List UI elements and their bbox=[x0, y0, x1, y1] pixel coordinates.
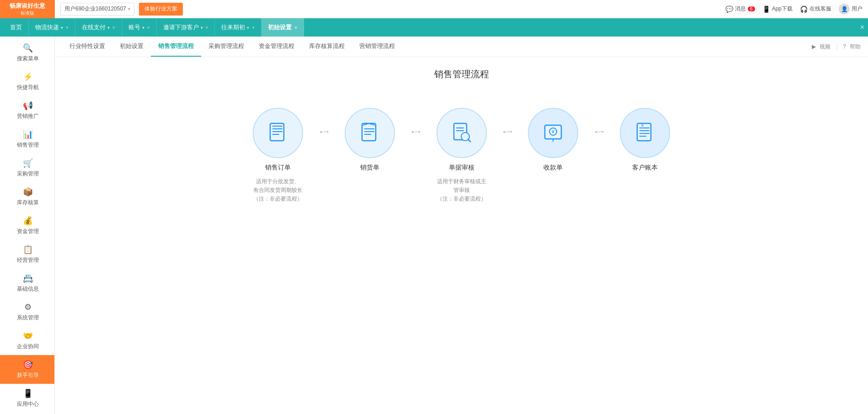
nav-tab-invite[interactable]: 邀请下游客户 ▾ × bbox=[157, 18, 215, 37]
gear-icon: ⚙ bbox=[24, 302, 32, 312]
nav-tab-init-label: 初始设置 bbox=[268, 23, 292, 32]
subnav-finance-flow[interactable]: 资金管理流程 bbox=[251, 37, 302, 57]
page-title: 销售管理流程 bbox=[69, 68, 853, 80]
sidebar-item-apps-label: 应用中心 bbox=[17, 400, 39, 408]
flow-arrow-4: ···→ bbox=[594, 108, 604, 137]
sidebar-item-inventory-label: 库存核算 bbox=[17, 199, 39, 207]
flow-name-audit: 单据审核 bbox=[449, 164, 474, 172]
sidebar-item-sales-label: 销售管理 bbox=[17, 141, 39, 149]
flow-item-sale-bill: 销货单 bbox=[329, 108, 411, 177]
nav-tab-period[interactable]: 往来期初 ▾ × bbox=[215, 18, 261, 37]
sidebar-item-search[interactable]: 🔍 搜索菜单 bbox=[0, 38, 54, 67]
svg-rect-19 bbox=[637, 123, 651, 141]
nav-tab-home[interactable]: 首页 bbox=[4, 18, 29, 37]
nav-tab-period-arrow: ▾ bbox=[247, 25, 249, 30]
flow-item-audit: 单据审核 适用于财务审核或主 管审核 （注：非必要流程） bbox=[421, 108, 503, 204]
nav-tab-invite-label: 邀请下游客户 bbox=[163, 23, 199, 32]
sidebar-item-apps[interactable]: 📱 应用中心 bbox=[0, 384, 54, 413]
sidebar-item-marketing-label: 营销推广 bbox=[17, 112, 39, 120]
nav-tab-logistics-label: 物流快递 bbox=[35, 23, 59, 32]
search-icon: 🔍 bbox=[23, 43, 33, 53]
flow-item-receipt: ¥ 收款单 bbox=[512, 108, 594, 177]
top-bar-right: 💬 消息 6 📱 App下载 🎧 在线客服 👤 用户 bbox=[725, 4, 863, 15]
help-label[interactable]: 帮助 bbox=[850, 43, 861, 51]
app-download-action[interactable]: 📱 App下载 bbox=[762, 5, 793, 13]
sidebar-item-finance[interactable]: 💰 资金管理 bbox=[0, 211, 54, 240]
subnav-industry[interactable]: 行业特性设置 bbox=[62, 37, 112, 57]
subnav-inventory-flow[interactable]: 库存核算流程 bbox=[302, 37, 352, 57]
subnav-sales-flow[interactable]: 销售管理流程 bbox=[151, 37, 201, 57]
nav-tab-logistics-close[interactable]: × bbox=[66, 25, 69, 30]
sidebar-item-basic[interactable]: 📇 基础信息 bbox=[0, 269, 54, 297]
sidebar-item-inventory[interactable]: 📦 库存核算 bbox=[0, 182, 54, 211]
svg-text:¥: ¥ bbox=[641, 123, 644, 127]
subnav-init[interactable]: 初始设置 bbox=[112, 37, 151, 57]
nav-tab-logistics[interactable]: 物流快递 ▾ × bbox=[29, 18, 75, 37]
nav-tab-period-close[interactable]: × bbox=[252, 25, 255, 30]
sidebar-item-system-label: 系统管理 bbox=[17, 314, 39, 322]
flow-name-sales-order: 销售订单 bbox=[265, 164, 291, 172]
experience-button[interactable]: 体验行业方案 bbox=[139, 3, 183, 16]
flow-diagram: 销售订单 适用于分批发货、 有合同发货周期较长 （注：非必要流程） ···→ bbox=[69, 99, 853, 213]
video-icon: ▶ bbox=[812, 43, 816, 50]
video-label[interactable]: 视频 bbox=[820, 43, 831, 51]
close-all-button[interactable]: × bbox=[860, 23, 864, 32]
chart-icon: 📊 bbox=[23, 129, 33, 139]
sidebar-item-operation[interactable]: 📋 经营管理 bbox=[0, 240, 54, 269]
mobile-icon: 📱 bbox=[23, 388, 33, 398]
sidebar-item-marketing[interactable]: 📢 营销推广 bbox=[0, 96, 54, 125]
nav-tab-invite-arrow: ▾ bbox=[201, 25, 203, 30]
box-icon: 📦 bbox=[23, 187, 33, 197]
nav-tab-payment-close[interactable]: × bbox=[112, 25, 115, 30]
flow-circle-sales-order bbox=[253, 108, 303, 158]
flow-arrow-3: ···→ bbox=[503, 108, 512, 137]
nav-tab-init-close[interactable]: × bbox=[294, 25, 297, 30]
nav-tab-invite-close[interactable]: × bbox=[206, 25, 208, 30]
target-icon: 🎯 bbox=[23, 360, 33, 370]
clipboard-icon: 📋 bbox=[23, 244, 33, 255]
nav-tab-account-close[interactable]: × bbox=[147, 25, 150, 30]
flash-icon: ⚡ bbox=[23, 72, 33, 82]
flow-arrow-2: ···→ bbox=[411, 108, 421, 137]
sidebar-item-guide-label: 新手引导 bbox=[17, 372, 39, 379]
top-bar-left: 畅康诶好生意 标准版 用户690企业1660120507 ▾ 体验行业方案 bbox=[0, 0, 183, 18]
nav-tab-period-label: 往来期初 bbox=[221, 23, 245, 32]
nav-tab-payment[interactable]: 在线支付 ▾ × bbox=[75, 18, 122, 37]
sidebar-item-operation-label: 经营管理 bbox=[17, 256, 39, 264]
subnav-purchase-flow[interactable]: 采购管理流程 bbox=[201, 37, 251, 57]
flow-arrow-1: ···→ bbox=[319, 108, 329, 137]
sidebar-item-system[interactable]: ⚙ 系统管理 bbox=[0, 297, 54, 326]
flow-circle-receipt: ¥ bbox=[528, 108, 578, 158]
sidebar-item-quicknav[interactable]: ⚡ 快捷导航 bbox=[0, 67, 54, 96]
flow-name-sale-bill: 销货单 bbox=[360, 164, 379, 172]
logo-area: 畅康诶好生意 标准版 bbox=[0, 0, 55, 18]
headset-icon: 🎧 bbox=[800, 5, 808, 13]
sidebar-item-purchase[interactable]: 🛒 采购管理 bbox=[0, 154, 54, 182]
user-avatar[interactable]: 👤 用户 bbox=[839, 4, 863, 15]
sidebar-item-guide[interactable]: 🎯 新手引导 bbox=[0, 355, 54, 384]
help-icon: ? bbox=[843, 43, 846, 50]
nav-tab-payment-label: 在线支付 bbox=[82, 23, 106, 32]
message-action[interactable]: 💬 消息 6 bbox=[725, 5, 755, 13]
flow-desc-sales-order: 适用于分批发货、 有合同发货周期较长 （注：非必要流程） bbox=[253, 177, 303, 204]
sidebar-item-basic-label: 基础信息 bbox=[17, 285, 39, 293]
subnav-marketing-flow[interactable]: 营销管理流程 bbox=[352, 37, 402, 57]
sidebar-item-sales[interactable]: 📊 销售管理 bbox=[0, 125, 54, 154]
nav-tab-init[interactable]: 初始设置 × bbox=[261, 18, 304, 37]
flow-circle-audit bbox=[437, 108, 487, 158]
message-icon: 💬 bbox=[725, 5, 733, 13]
nav-tab-account[interactable]: 账号 ▾ × bbox=[122, 18, 157, 37]
svg-line-11 bbox=[468, 139, 470, 142]
main-content: 行业特性设置 初始设置 销售管理流程 采购管理流程 资金管理流程 库存核算流程 … bbox=[55, 37, 868, 414]
flow-name-ledger: 客户账本 bbox=[632, 164, 658, 172]
download-icon: 📱 bbox=[762, 5, 770, 13]
sidebar-item-quicknav-label: 快捷导航 bbox=[17, 84, 39, 91]
sidebar-item-collab[interactable]: 🤝 企业协同 bbox=[0, 326, 54, 355]
svg-text:¥: ¥ bbox=[551, 129, 554, 134]
online-service-action[interactable]: 🎧 在线客服 bbox=[800, 5, 831, 13]
card-icon: 📇 bbox=[23, 273, 33, 283]
money-icon: 💰 bbox=[23, 216, 33, 226]
user-selector[interactable]: 用户690企业1660120507 ▾ bbox=[60, 3, 134, 16]
top-bar: 畅康诶好生意 标准版 用户690企业1660120507 ▾ 体验行业方案 💬 … bbox=[0, 0, 868, 18]
sidebar: 🔍 搜索菜单 ⚡ 快捷导航 📢 营销推广 📊 销售管理 🛒 采购管理 📦 库存核… bbox=[0, 37, 55, 414]
